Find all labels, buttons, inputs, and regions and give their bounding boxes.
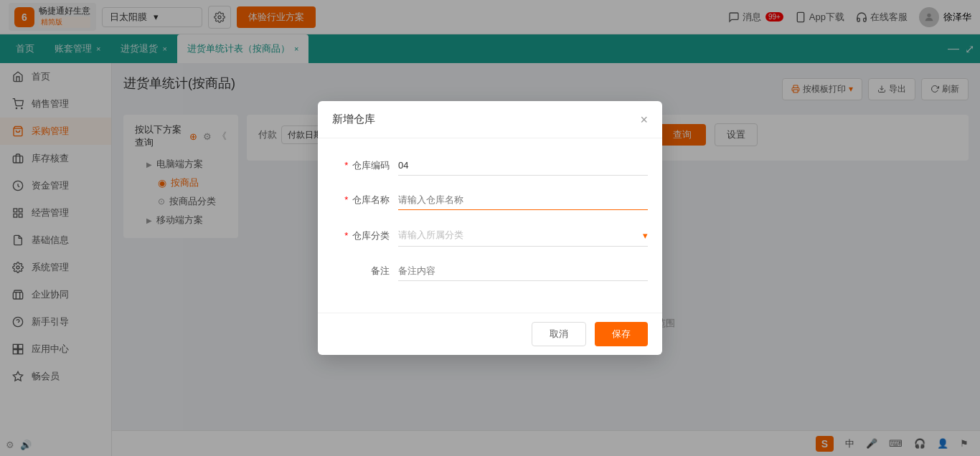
category-label-text: 仓库分类 — [352, 230, 390, 241]
name-required-mark: * — [344, 194, 348, 205]
modal-body: * 仓库编码 * 仓库名称 * 仓库分类 请输入所属 — [318, 138, 662, 313]
category-chevron-icon: ▾ — [643, 230, 648, 241]
modal-title: 新增仓库 — [332, 113, 375, 126]
modal-footer: 取消 保存 — [318, 313, 662, 355]
name-input[interactable] — [398, 190, 648, 210]
note-input[interactable] — [398, 261, 648, 281]
code-row: * 仓库编码 — [332, 156, 648, 176]
note-row: 备注 — [332, 261, 648, 281]
code-label-text: 仓库编码 — [352, 160, 390, 171]
name-row: * 仓库名称 — [332, 190, 648, 210]
modal-new-warehouse: 新增仓库 × * 仓库编码 * 仓库名称 — [318, 101, 662, 355]
save-button[interactable]: 保存 — [595, 322, 648, 346]
note-label: 备注 — [332, 265, 390, 277]
name-label: * 仓库名称 — [332, 194, 390, 206]
code-label: * 仓库编码 — [332, 159, 390, 172]
name-label-text: 仓库名称 — [352, 194, 390, 205]
category-row: * 仓库分类 请输入所属分类 ▾ — [332, 224, 648, 247]
code-input[interactable] — [398, 156, 648, 176]
cat-required-mark: * — [344, 230, 348, 241]
note-label-text: 备注 — [371, 265, 390, 276]
cancel-button[interactable]: 取消 — [532, 322, 586, 346]
category-label: * 仓库分类 — [332, 229, 390, 242]
modal-overlay[interactable]: 新增仓库 × * 仓库编码 * 仓库名称 — [0, 0, 980, 456]
category-placeholder: 请输入所属分类 — [398, 224, 643, 246]
category-select-wrapper[interactable]: 请输入所属分类 ▾ — [398, 224, 648, 247]
modal-header: 新增仓库 × — [318, 101, 662, 138]
required-mark: * — [344, 160, 348, 171]
modal-close-icon[interactable]: × — [640, 113, 648, 126]
